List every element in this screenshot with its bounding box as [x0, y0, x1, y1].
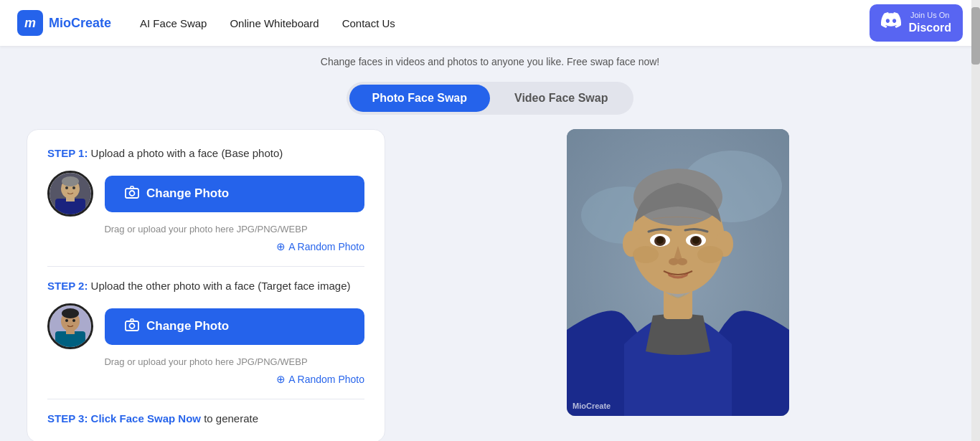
svg-point-30 — [692, 237, 699, 244]
step2-change-photo-button[interactable]: Change Photo — [105, 308, 364, 345]
svg-rect-16 — [126, 321, 138, 331]
nav-ai-face-swap[interactable]: AI Face Swap — [140, 17, 207, 29]
svg-point-14 — [65, 319, 68, 322]
scrollbar-thumb[interactable] — [971, 7, 980, 65]
discord-text: Join Us On Discord — [908, 10, 951, 35]
main-content: STEP 1: Upload a photo with a face (Base… — [9, 129, 971, 441]
discord-button[interactable]: Join Us On Discord — [870, 4, 963, 41]
step1-header: STEP 1: Upload a photo with a face (Base… — [47, 147, 364, 159]
preview-image: MioCreate — [567, 129, 789, 416]
divider-1 — [47, 266, 364, 267]
svg-point-6 — [72, 186, 75, 189]
toggle-pill: Photo Face Swap Video Face Swap — [347, 82, 634, 115]
step2-avatar — [47, 303, 93, 349]
step1-drag-hint: Drag or upload your photo here JPG/PNG/W… — [47, 224, 364, 234]
nav-links: AI Face Swap Online Whiteboard Contact U… — [140, 17, 870, 29]
preview-watermark: MioCreate — [573, 402, 611, 410]
scrollbar[interactable] — [971, 0, 980, 441]
logo-text: MioCreate — [49, 16, 111, 31]
step2-drag-hint: Drag or upload your photo here JPG/PNG/W… — [47, 356, 364, 367]
svg-point-8 — [130, 191, 135, 196]
step2-upload-row: Change Photo — [47, 303, 364, 349]
step3-header: STEP 3: Click Face Swap Now to generate — [47, 412, 364, 425]
step1-random-link[interactable]: ⊕ A Random Photo — [47, 240, 364, 253]
svg-point-4 — [62, 176, 79, 186]
plus-circle-icon-2: ⊕ — [276, 373, 286, 386]
svg-point-15 — [72, 319, 75, 322]
camera-icon-1 — [125, 186, 139, 202]
svg-point-29 — [656, 237, 664, 244]
svg-point-32 — [677, 258, 687, 265]
logo[interactable]: m MioCreate — [17, 10, 111, 36]
step2-section: STEP 2: Upload the other photo with a fa… — [47, 280, 364, 386]
nav-contact-us[interactable]: Contact Us — [342, 17, 395, 29]
camera-icon-2 — [125, 318, 139, 335]
svg-rect-7 — [126, 189, 138, 198]
svg-point-36 — [697, 246, 723, 263]
svg-point-5 — [65, 186, 68, 189]
step3-section: STEP 3: Click Face Swap Now to generate — [47, 412, 364, 425]
svg-point-13 — [62, 308, 79, 318]
step2-header: STEP 2: Upload the other photo with a fa… — [47, 280, 364, 292]
step1-section: STEP 1: Upload a photo with a face (Base… — [47, 147, 364, 253]
nav-online-whiteboard[interactable]: Online Whiteboard — [230, 17, 319, 29]
svg-point-35 — [633, 246, 659, 263]
logo-icon: m — [17, 10, 43, 36]
discord-icon — [881, 12, 901, 34]
tab-video-face-swap[interactable]: Video Face Swap — [491, 85, 631, 112]
plus-circle-icon-1: ⊕ — [276, 240, 286, 253]
svg-point-17 — [130, 323, 135, 328]
step1-upload-row: Change Photo — [47, 171, 364, 217]
navbar: m MioCreate AI Face Swap Online Whiteboa… — [0, 0, 980, 46]
right-panel: MioCreate — [402, 129, 953, 441]
tab-photo-face-swap[interactable]: Photo Face Swap — [349, 85, 490, 112]
svg-point-31 — [669, 258, 679, 265]
subtitle: Change faces in videos and photos to any… — [0, 46, 980, 75]
step2-random-link[interactable]: ⊕ A Random Photo — [47, 373, 364, 386]
step1-avatar — [47, 171, 93, 217]
tab-toggle: Photo Face Swap Video Face Swap — [0, 82, 980, 115]
step1-change-photo-button[interactable]: Change Photo — [105, 176, 364, 212]
left-panel: STEP 1: Upload a photo with a face (Base… — [27, 129, 385, 441]
divider-2 — [47, 399, 364, 399]
